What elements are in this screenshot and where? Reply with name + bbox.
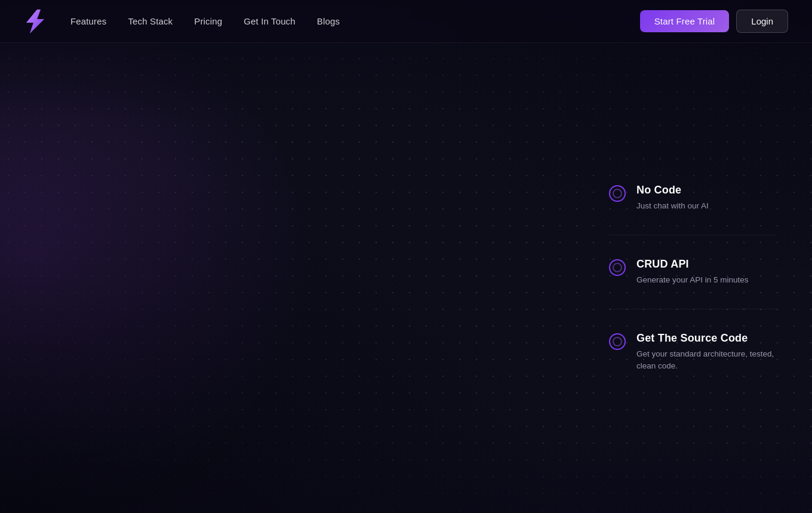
navbar: Features Tech Stack Pricing Get In Touch… <box>0 0 812 43</box>
login-button[interactable]: Login <box>736 10 788 33</box>
nav-item-blogs[interactable]: Blogs <box>317 16 340 27</box>
feature-text-source-code: Get The Source Code Get your standard ar… <box>636 332 776 373</box>
source-code-icon <box>609 333 626 350</box>
crud-api-icon <box>609 259 626 276</box>
nav-item-features[interactable]: Features <box>70 16 106 27</box>
feature-item-no-code: No Code Just chat with our AI <box>609 161 776 235</box>
main-content: No Code Just chat with our AI CRUD API G… <box>0 43 812 513</box>
nav-item-tech-stack[interactable]: Tech Stack <box>128 16 173 27</box>
nav-right: Start Free Trial Login <box>640 10 788 33</box>
feature-desc-crud-api: Generate your API in 5 minutes <box>636 274 749 286</box>
nav-item-pricing[interactable]: Pricing <box>194 16 222 27</box>
feature-title-no-code: No Code <box>636 184 709 196</box>
feature-item-source-code: Get The Source Code Get your standard ar… <box>609 309 776 395</box>
logo-icon <box>24 8 47 35</box>
feature-title-source-code: Get The Source Code <box>636 332 776 345</box>
left-panel <box>0 43 597 513</box>
nav-links: Features Tech Stack Pricing Get In Touch… <box>70 16 340 27</box>
feature-text-crud-api: CRUD API Generate your API in 5 minutes <box>636 258 749 286</box>
nav-item-get-in-touch[interactable]: Get In Touch <box>244 16 296 27</box>
feature-desc-no-code: Just chat with our AI <box>636 200 709 212</box>
no-code-icon <box>609 185 626 202</box>
feature-text-no-code: No Code Just chat with our AI <box>636 184 709 212</box>
feature-desc-source-code: Get your standard architecture, tested, … <box>636 348 776 373</box>
feature-item-crud-api: CRUD API Generate your API in 5 minutes <box>609 235 776 309</box>
nav-left: Features Tech Stack Pricing Get In Touch… <box>24 8 340 35</box>
feature-list: No Code Just chat with our AI CRUD API G… <box>597 43 812 513</box>
feature-title-crud-api: CRUD API <box>636 258 749 271</box>
start-free-trial-button[interactable]: Start Free Trial <box>640 10 730 32</box>
logo[interactable] <box>24 8 47 35</box>
